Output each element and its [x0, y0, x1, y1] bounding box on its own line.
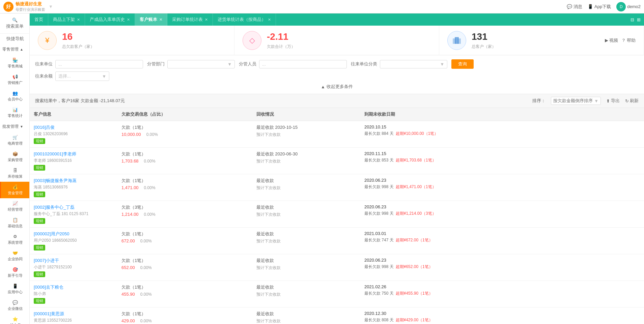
message-btn[interactable]: 💬 消息: [567, 4, 582, 10]
category-label: 往来单位分类: [351, 61, 377, 67]
due-date: 2020.10.15: [364, 124, 640, 129]
customer-contact: 用户2050 18665062050: [34, 238, 113, 243]
appstore-label: 应用中心: [8, 290, 23, 295]
tab-purchase-order[interactable]: 采购订单统计表 ✕: [167, 13, 213, 26]
sidebar-item-marketing[interactable]: 📢 营销推广: [0, 71, 29, 88]
overdue-link[interactable]: 超期¥429.00（1笔）: [396, 317, 433, 323]
debt-amount[interactable]: 1,703.68: [121, 158, 139, 164]
customer-name-link[interactable]: [00010200001]李老师: [34, 151, 113, 157]
customer-badge: 现销: [34, 245, 45, 251]
sidebar-item-batch-mgmt[interactable]: 批发管理 ▼: [0, 121, 29, 132]
debt-amount[interactable]: 429.00: [121, 318, 135, 323]
sidebar-item-guide[interactable]: 🎯 新手引导: [0, 264, 29, 281]
category-select[interactable]: ▼: [380, 60, 447, 68]
user-btn[interactable]: D demo2: [616, 2, 641, 11]
table-row: [0007]小进干 小进干 18279152100 现销 欠款（1笔） 652.…: [30, 254, 644, 281]
tab-home[interactable]: 首页: [30, 13, 48, 26]
customer-name-link[interactable]: [0006]去下粮仓: [34, 284, 113, 290]
tab-product-history-close[interactable]: ✕: [127, 18, 130, 22]
sidebar-item-appstore[interactable]: 📱 应用中心: [0, 281, 29, 297]
sidebar-item-vip[interactable]: ⭐ 畅会员: [0, 314, 29, 324]
debt-amount[interactable]: 1,214.00: [121, 212, 139, 217]
overdue-link[interactable]: 超期¥1,214.00（3笔）: [396, 211, 436, 216]
search-menu-btn[interactable]: 🔍 搜索菜单: [2, 16, 27, 31]
filter-person: 分管人员 ...: [239, 60, 347, 68]
customer-contact: 小进干 18279152100: [34, 264, 113, 270]
sidebar-item-basic[interactable]: 📋 基础信息: [0, 215, 29, 231]
tab-customer-account[interactable]: 客户账本 ✕: [135, 13, 167, 26]
dept-select[interactable]: ▼: [167, 60, 235, 68]
sidebar-item-finance[interactable]: 💰 资金管理: [0, 182, 29, 198]
sidebar-item-member[interactable]: 👥 会员中心: [0, 88, 29, 105]
debt-amount[interactable]: 1,471.00: [121, 185, 139, 190]
overdue-link[interactable]: 超期¥1,703.68（1笔）: [396, 157, 436, 163]
result-bar: 搜索结果中，客户16家 欠款金额 -21,148.07元 排序： 按欠款金额倒序…: [30, 94, 644, 108]
overdue-days: 最长欠款 853 天: [364, 157, 394, 163]
tab-purchase-order-close[interactable]: ✕: [205, 18, 208, 22]
app-download-btn[interactable]: 📱 App下载: [588, 4, 611, 10]
customer-name-link[interactable]: [000002]用户2050: [34, 231, 113, 237]
overdue-link[interactable]: 超期¥652.00（1笔）: [396, 264, 433, 270]
filter-area: 往来单位 ... 分管部门 ▼ 分管人员 ...: [30, 55, 644, 94]
sidebar-item-ecommerce[interactable]: 🛒 电商管理: [0, 132, 29, 149]
refresh-btn[interactable]: ↻ 刷新: [625, 98, 639, 104]
balance-select[interactable]: 选择... ▼: [55, 71, 109, 81]
customer-contact: 海蒸 18513066976: [34, 184, 113, 190]
overdue-link[interactable]: 超期¥10,000.00（1笔）: [396, 131, 439, 137]
debt-amount[interactable]: 652.00: [121, 265, 135, 270]
overdue-link[interactable]: 超期¥455.90（1笔）: [396, 291, 433, 296]
sidebar-item-purchase[interactable]: 📦 采购管理: [0, 149, 29, 165]
content-area: 首页 商品上下架 ✕ 产成品入库单历史 ✕ 客户账本 ✕ 采购订单统计表 ✕ 进…: [30, 13, 644, 324]
sidebar-item-ops[interactable]: 📈 经营管理: [0, 198, 29, 215]
tab-product-shelf[interactable]: 商品上下架 ✕: [48, 13, 85, 26]
message-label: 消息: [573, 4, 582, 10]
tab-product-history[interactable]: 产成品入库单历史 ✕: [85, 13, 135, 26]
chevron-down-bal-icon: ▼: [102, 74, 106, 79]
sort-select[interactable]: 按欠款金额倒序排序 ▼: [551, 97, 601, 105]
due-date: 2021.02.26: [364, 284, 640, 289]
overdue-link[interactable]: 超期¥672.00（1笔）: [396, 237, 433, 243]
person-input[interactable]: ...: [259, 60, 347, 68]
sidebar-item-retail-mgmt[interactable]: 零售管理 ▲: [0, 44, 29, 55]
customer-name-link[interactable]: [0007]小进干: [34, 258, 113, 264]
search-button[interactable]: 查询: [451, 59, 474, 69]
last-collect: 最近收款: [256, 311, 356, 317]
debt-amount[interactable]: 455.90: [121, 292, 135, 297]
sidebar-item-wechat[interactable]: 💬 企业微信: [0, 297, 29, 314]
tab-customer-account-close[interactable]: ✕: [159, 18, 162, 22]
sort-label: 排序：: [532, 98, 545, 104]
sidebar-item-quick-nav[interactable]: 快捷导航: [0, 34, 29, 44]
finance-label: 资金管理: [8, 190, 23, 196]
help-btn[interactable]: ？ 帮助: [621, 37, 636, 43]
due-date-cell: 2020.06.23 最长欠款 998 天 超期¥652.00（1笔）: [360, 254, 644, 281]
sidebar-item-system[interactable]: ⚙ 系统管理: [0, 231, 29, 248]
next-collect: 预计下次收款: [256, 238, 356, 244]
customer-name-link[interactable]: [000001]黄思源: [34, 311, 113, 317]
tab-product-shelf-close[interactable]: ✕: [77, 18, 80, 22]
overdue-link[interactable]: 超期¥1,471.00（1笔）: [396, 184, 436, 190]
export-icon: ⬆: [606, 98, 610, 104]
last-collect: 最近收款: [256, 231, 356, 237]
wechat-label: 企业微信: [8, 306, 23, 311]
debt-amount[interactable]: 10,000.00: [121, 132, 141, 137]
customer-name-link[interactable]: [0002]服务中心_丁磊: [34, 204, 113, 210]
overdue-days: 最长欠款 998 天: [364, 184, 394, 190]
subtitle-dropdown[interactable]: ▼: [49, 4, 53, 9]
tab-minimize-btn[interactable]: ⊟: [631, 17, 634, 22]
tab-purchase-stats[interactable]: 进货单统计表（按商品） ✕: [213, 13, 276, 26]
tab-purchase-stats-close[interactable]: ✕: [268, 18, 271, 22]
sidebar-item-retail-store[interactable]: 🏪 零售商城: [0, 55, 29, 71]
sidebar-item-enterprise[interactable]: 🤝 企业协同: [0, 248, 29, 264]
stat-card-right-actions: ▶ 视频 ？ 帮助: [605, 37, 636, 43]
supplier-input[interactable]: ...: [55, 60, 143, 68]
collapse-button[interactable]: ▲ 收起更多条件: [321, 84, 353, 90]
video-btn[interactable]: ▶ 视频: [605, 37, 618, 43]
sidebar-item-inventory[interactable]: 🗄 库存核算: [0, 165, 29, 182]
export-btn[interactable]: ⬆ 导出: [606, 98, 620, 104]
debt-amount[interactable]: 672.00: [121, 238, 135, 243]
sidebar-item-retail-stats[interactable]: 📊 零售统计: [0, 105, 29, 121]
tab-maximize-btn[interactable]: ⊞: [637, 17, 641, 22]
ops-label: 经营管理: [8, 207, 23, 212]
customer-name-link[interactable]: [0016]吕俊: [34, 124, 113, 130]
customer-name-link[interactable]: [0003]畅捷服务尹海蒸: [34, 178, 113, 184]
